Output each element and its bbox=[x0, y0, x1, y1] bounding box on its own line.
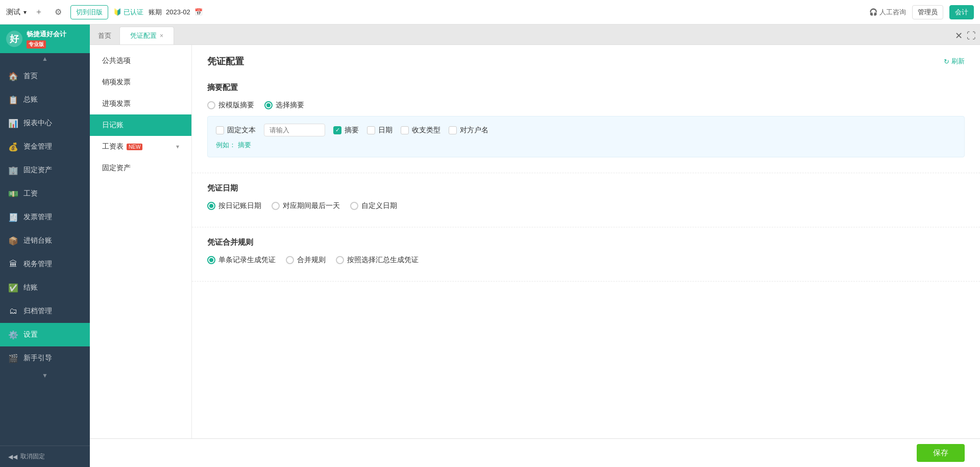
topbar-right: 🎧 人工咨询 管理员 会计 bbox=[869, 5, 974, 19]
radio-last-day[interactable]: 对应期间最后一天 bbox=[272, 201, 340, 211]
sidebar-item-label: 工资 bbox=[23, 189, 38, 198]
purchase-sale-icon: 📦 bbox=[8, 236, 18, 246]
calendar-icon: 📅 bbox=[194, 8, 203, 16]
project-selector[interactable]: 测试 ▾ bbox=[6, 8, 27, 17]
checkbox-summary[interactable]: ✓ 摘要 bbox=[333, 126, 359, 135]
home-icon: 🏠 bbox=[8, 71, 18, 81]
radio-single-circle bbox=[207, 256, 215, 264]
radio-template-circle bbox=[207, 101, 215, 109]
topbar: 测试 ▾ ＋ ⚙ 切到旧版 🔰 已认证 账期 2023-02 📅 🎧 人工咨询 … bbox=[0, 0, 980, 25]
settlement-icon: ✅ bbox=[8, 283, 18, 293]
add-button[interactable]: ＋ bbox=[32, 5, 46, 19]
radio-select-summary[interactable]: 选择摘要 bbox=[264, 101, 304, 110]
shield-icon: 🔰 bbox=[113, 8, 121, 16]
sidebar-item-home[interactable]: 🏠 首页 bbox=[0, 64, 90, 88]
inner-wrapper: 公共选项 销项发票 进项发票 日记账 工资表 NEW ▾ bbox=[90, 45, 980, 438]
sidebar-item-guide[interactable]: 🎬 新手引导 bbox=[0, 346, 90, 370]
scroll-up-arrow[interactable]: ▲ bbox=[0, 53, 90, 64]
checkbox-counterpart-box bbox=[449, 126, 457, 134]
report-icon: 📊 bbox=[8, 118, 18, 128]
sidebar-item-settlement[interactable]: ✅ 结账 bbox=[0, 276, 90, 299]
tab-close-icon[interactable]: × bbox=[160, 32, 163, 39]
tab-home[interactable]: 首页 bbox=[90, 27, 119, 44]
sidebar-item-invoice[interactable]: 🧾 发票管理 bbox=[0, 205, 90, 229]
sidebar-item-label: 固定资产 bbox=[23, 166, 52, 175]
tab-voucher-config[interactable]: 凭证配置 × bbox=[119, 27, 174, 44]
project-name: 测试 bbox=[6, 8, 20, 17]
page-title: 凭证配置 bbox=[207, 55, 244, 67]
sidebar-item-purchase-sale[interactable]: 📦 进销台账 bbox=[0, 229, 90, 252]
left-nav: 公共选项 销项发票 进项发票 日记账 工资表 NEW ▾ bbox=[90, 45, 192, 438]
summary-config-title: 摘要配置 bbox=[207, 83, 965, 92]
invoice-icon: 🧾 bbox=[8, 212, 18, 222]
sidebar-item-settings[interactable]: ⚙️ 设置 bbox=[0, 323, 90, 346]
period-selector[interactable]: 账期 2023-02 📅 bbox=[149, 8, 203, 17]
cancel-fixed-button[interactable]: ◀◀ 取消固定 bbox=[0, 446, 90, 467]
sidebar-item-label: 首页 bbox=[23, 72, 38, 81]
sidebar-item-report[interactable]: 📊 报表中心 bbox=[0, 111, 90, 135]
sidebar-item-label: 结账 bbox=[23, 283, 38, 292]
voucher-date-title: 凭证日期 bbox=[207, 183, 965, 193]
sidebar-item-label: 资金管理 bbox=[23, 142, 52, 151]
verified-status: 🔰 已认证 bbox=[113, 8, 143, 17]
manager-button[interactable]: 管理员 bbox=[912, 5, 943, 19]
example-text: 例如： 摘要 bbox=[216, 141, 956, 150]
radio-custom-date[interactable]: 自定义日期 bbox=[350, 201, 397, 211]
settings-icon: ⚙️ bbox=[8, 330, 18, 340]
radio-merge-circle bbox=[286, 256, 294, 264]
sidebar-item-fixed-assets[interactable]: 🏢 固定资产 bbox=[0, 158, 90, 182]
chevron-down-icon: ▾ bbox=[23, 9, 27, 16]
logo-icon: 好 bbox=[6, 31, 22, 47]
close-button[interactable]: ✕ bbox=[955, 30, 963, 44]
refresh-icon: ↻ bbox=[944, 58, 949, 65]
checkbox-date[interactable]: 日期 bbox=[367, 126, 393, 135]
pin-icon: ◀◀ bbox=[8, 453, 17, 460]
page-header: 凭证配置 ↻ 刷新 bbox=[192, 45, 980, 73]
headset-icon: 🎧 bbox=[869, 8, 877, 16]
radio-merge[interactable]: 合并规则 bbox=[286, 255, 326, 265]
summary-radio-group: 按模版摘要 选择摘要 bbox=[207, 101, 965, 110]
fullscreen-button[interactable]: ⛶ bbox=[967, 31, 976, 44]
checkbox-income-type-box bbox=[401, 126, 409, 134]
fixed-text-input[interactable] bbox=[264, 124, 325, 136]
left-nav-salary-table[interactable]: 工资表 NEW ▾ bbox=[90, 136, 191, 157]
fixed-assets-icon: 🏢 bbox=[8, 165, 18, 175]
switch-old-version-button[interactable]: 切到旧版 bbox=[70, 5, 108, 19]
left-nav-fixed-assets[interactable]: 固定资产 bbox=[90, 157, 191, 179]
accountant-button[interactable]: 会计 bbox=[949, 5, 974, 19]
merge-rules-section: 凭证合并规则 单条记录生成凭证 合并规则 按照选择汇总生成凭证 bbox=[192, 227, 980, 282]
left-nav-diary[interactable]: 日记账 bbox=[90, 114, 191, 136]
sidebar-item-label: 进销台账 bbox=[23, 236, 52, 245]
save-button[interactable]: 保存 bbox=[917, 444, 965, 462]
logo-sub: 专业版 bbox=[27, 40, 46, 49]
scroll-down-arrow[interactable]: ▼ bbox=[0, 370, 90, 381]
voucher-date-section: 凭证日期 按日记账日期 对应期间最后一天 自定义日期 bbox=[192, 173, 980, 227]
left-nav-purchase-invoice[interactable]: 进项发票 bbox=[90, 93, 191, 114]
sidebar-item-archive[interactable]: 🗂 归档管理 bbox=[0, 299, 90, 323]
sidebar-item-capital[interactable]: 💰 资金管理 bbox=[0, 135, 90, 158]
radio-by-day[interactable]: 按日记账日期 bbox=[207, 201, 261, 211]
sidebar-item-label: 发票管理 bbox=[23, 213, 52, 222]
logo-text: 畅捷通好会计 bbox=[27, 30, 66, 39]
tabbar: 首页 凭证配置 × ✕ ⛶ bbox=[90, 25, 980, 45]
settings-icon[interactable]: ⚙ bbox=[51, 5, 65, 19]
left-nav-sales-invoice[interactable]: 销项发票 bbox=[90, 72, 191, 93]
checkbox-summary-box: ✓ bbox=[333, 126, 341, 134]
checkbox-counterpart[interactable]: 对方户名 bbox=[449, 126, 488, 135]
left-nav-public[interactable]: 公共选项 bbox=[90, 50, 191, 72]
consult-button[interactable]: 🎧 人工咨询 bbox=[869, 8, 906, 17]
sidebar-item-salary[interactable]: 💵 工资 bbox=[0, 182, 90, 205]
radio-template-summary[interactable]: 按模版摘要 bbox=[207, 101, 254, 110]
checkbox-income-type[interactable]: 收支类型 bbox=[401, 126, 440, 135]
refresh-button[interactable]: ↻ 刷新 bbox=[944, 57, 965, 66]
sidebar-item-tax[interactable]: 🏛 税务管理 bbox=[0, 252, 90, 276]
radio-single[interactable]: 单条记录生成凭证 bbox=[207, 255, 276, 265]
radio-by-day-circle bbox=[207, 202, 215, 210]
checkbox-fixed-text[interactable]: 固定文本 bbox=[216, 126, 256, 135]
merge-rules-title: 凭证合并规则 bbox=[207, 238, 965, 247]
radio-summary-generate[interactable]: 按照选择汇总生成凭证 bbox=[336, 255, 419, 265]
page-wrapper: 首页 凭证配置 × ✕ ⛶ 公共选项 销项发票 进项发票 bbox=[90, 25, 980, 467]
merge-rules-radio-group: 单条记录生成凭证 合并规则 按照选择汇总生成凭证 bbox=[207, 255, 965, 265]
radio-select-circle bbox=[264, 101, 273, 109]
sidebar-item-ledger[interactable]: 📋 总账 bbox=[0, 88, 90, 111]
